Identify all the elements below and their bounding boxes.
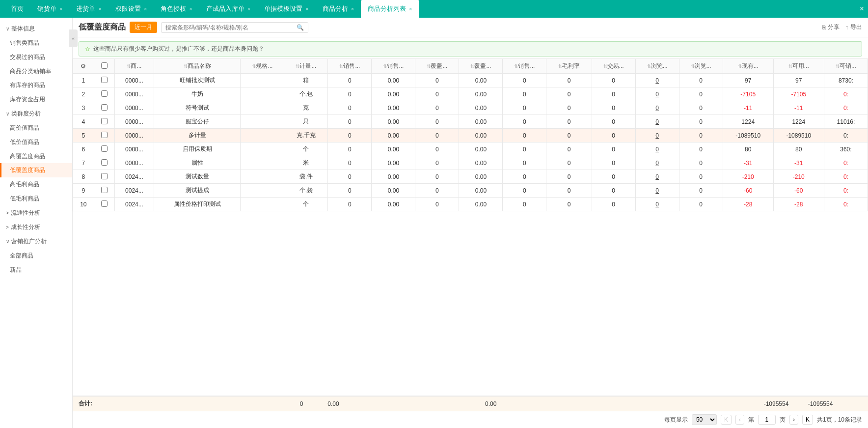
row-browse1[interactable]: 0 [635, 184, 679, 198]
nav-tab-商品分析[interactable]: 商品分析× [316, 0, 361, 18]
nav-tab-close-商品分析列表[interactable]: × [409, 0, 412, 18]
per-page-select[interactable]: 2050100 [692, 414, 717, 425]
row-browse1[interactable]: 0 [635, 87, 679, 101]
col-header-code[interactable]: ⇅商... [114, 59, 154, 74]
sidebar-item-库存资金占用[interactable]: 库存资金占用 [0, 92, 72, 107]
col-header-saleable[interactable]: ⇅可销... [824, 59, 868, 74]
browse-link[interactable]: 0 [655, 201, 659, 208]
sidebar-item-低价值商品[interactable]: 低价值商品 [0, 135, 72, 149]
nav-tab-close-权限设置[interactable]: × [144, 0, 147, 18]
nav-tab-单据模板设置[interactable]: 单据模板设置× [257, 0, 315, 18]
row-checkbox-input[interactable] [101, 104, 108, 111]
row-checkbox-input[interactable] [101, 118, 108, 124]
row-checkbox-input[interactable] [101, 200, 108, 207]
first-page-btn[interactable]: K [721, 415, 732, 425]
browse-link[interactable]: 0 [655, 146, 659, 153]
col-header-cover2[interactable]: ⇅覆盖... [459, 59, 503, 74]
row-browse1[interactable]: 0 [635, 101, 679, 115]
row-checkbox[interactable] [94, 198, 114, 211]
row-browse1[interactable]: 0 [635, 115, 679, 129]
row-browse1[interactable]: 0 [635, 156, 679, 170]
col-header-browse1[interactable]: ⇅浏览... [635, 59, 679, 74]
row-checkbox-input[interactable] [101, 132, 108, 138]
sidebar-item-交易过的商品[interactable]: 交易过的商品 [0, 50, 72, 64]
col-header-current_qty[interactable]: ⇅现有... [723, 59, 773, 74]
row-browse1[interactable]: 0 [635, 198, 679, 211]
row-checkbox[interactable] [94, 115, 114, 129]
row-browse1[interactable]: 0 [635, 74, 679, 87]
nav-tab-权限设置[interactable]: 权限设置× [108, 0, 154, 18]
row-checkbox[interactable] [94, 143, 114, 156]
browse-link[interactable]: 0 [655, 91, 659, 98]
nav-tab-close-商品分析[interactable]: × [351, 0, 354, 18]
sidebar-section-4[interactable]: ∨营销推广分析 [0, 234, 72, 249]
sidebar-section-3[interactable]: >成长性分析 [0, 220, 72, 234]
sidebar-section-0[interactable]: ∨整体信息 [0, 22, 72, 36]
nav-tab-close-产成品入库单[interactable]: × [247, 0, 250, 18]
sidebar-item-商品分类动销率[interactable]: 商品分类动销率 [0, 64, 72, 79]
browse-link[interactable]: 0 [655, 118, 659, 125]
col-header-cover1[interactable]: ⇅覆盖... [415, 59, 459, 74]
sidebar-collapse-btn[interactable]: « [69, 29, 78, 47]
col-header-name[interactable]: ⇅商品名称 [154, 59, 241, 74]
col-header-available[interactable]: ⇅可用... [773, 59, 824, 74]
col-header-unit[interactable]: ⇅计量... [284, 59, 328, 74]
row-checkbox[interactable] [94, 156, 114, 170]
nav-tab-进货单[interactable]: 进货单× [69, 0, 108, 18]
browse-link[interactable]: 0 [655, 160, 659, 167]
sidebar-item-全部商品[interactable]: 全部商品 [0, 249, 72, 263]
nav-tab-close-单据模板设置[interactable]: × [305, 0, 308, 18]
sidebar-item-高覆盖度商品[interactable]: 高覆盖度商品 [0, 149, 72, 164]
next-page-btn[interactable]: › [789, 415, 798, 425]
sidebar-item-新品[interactable]: 新品 [0, 263, 72, 277]
settings-icon[interactable]: ⚙ [81, 63, 86, 70]
nav-tab-首页[interactable]: 首页 [4, 0, 30, 18]
close-all-btn[interactable]: × [860, 4, 864, 13]
table-wrapper[interactable]: ⚙⇅商...⇅商品名称⇅规格...⇅计量...⇅销售...⇅销售...⇅覆盖..… [73, 58, 868, 396]
search-icon[interactable]: 🔍 [297, 24, 304, 31]
row-browse1[interactable]: 0 [635, 143, 679, 156]
row-checkbox[interactable] [94, 170, 114, 184]
sidebar-item-销售类商品[interactable]: 销售类商品 [0, 36, 72, 50]
share-btn[interactable]: ⎘ 分享 [822, 23, 840, 31]
nav-tab-商品分析列表[interactable]: 商品分析列表× [361, 0, 419, 18]
nav-tab-产成品入库单[interactable]: 产成品入库单× [199, 0, 257, 18]
row-checkbox-input[interactable] [101, 173, 108, 179]
col-header-sales3[interactable]: ⇅销售... [503, 59, 546, 74]
col-header-settings[interactable]: ⚙ [73, 59, 94, 74]
browse-link[interactable]: 0 [655, 105, 659, 112]
current-page-input[interactable] [758, 415, 776, 425]
nav-tab-close-销货单[interactable]: × [59, 0, 62, 18]
row-checkbox-input[interactable] [101, 145, 108, 152]
sidebar-item-高价值商品[interactable]: 高价值商品 [0, 121, 72, 135]
col-header-spec[interactable]: ⇅规格... [241, 59, 284, 74]
filter-btn[interactable]: 近一月 [130, 22, 157, 33]
sidebar-item-低覆盖度商品[interactable]: 低覆盖度商品 [0, 163, 72, 177]
sidebar-item-低毛利商品[interactable]: 低毛利商品 [0, 192, 72, 206]
col-header-gross[interactable]: ⇅毛利率 [546, 59, 592, 74]
row-browse1[interactable]: 0 [635, 170, 679, 184]
row-browse1[interactable]: 0 [635, 129, 679, 143]
row-checkbox[interactable] [94, 101, 114, 115]
col-header-sales_amt[interactable]: ⇅销售... [372, 59, 415, 74]
nav-tab-角色授权[interactable]: 角色授权× [154, 0, 199, 18]
col-header-browse2[interactable]: ⇅浏览... [679, 59, 723, 74]
row-checkbox[interactable] [94, 129, 114, 143]
col-header-sales_qty[interactable]: ⇅销售... [328, 59, 372, 74]
row-checkbox-input[interactable] [101, 90, 108, 97]
nav-tab-close-进货单[interactable]: × [98, 0, 101, 18]
sidebar-section-1[interactable]: ∨类群度分析 [0, 107, 72, 121]
nav-tab-销货单[interactable]: 销货单× [30, 0, 69, 18]
last-page-btn[interactable]: K [802, 415, 813, 425]
col-header-checkbox[interactable] [94, 59, 114, 74]
row-checkbox-input[interactable] [101, 187, 108, 193]
row-checkbox[interactable] [94, 74, 114, 87]
prev-page-btn[interactable]: ‹ [735, 415, 744, 425]
sidebar-item-有库存的商品[interactable]: 有库存的商品 [0, 78, 72, 92]
col-header-trade[interactable]: ⇅交易... [592, 59, 635, 74]
row-checkbox-input[interactable] [101, 77, 108, 83]
browse-link[interactable]: 0 [655, 132, 659, 139]
row-checkbox[interactable] [94, 87, 114, 101]
nav-tab-close-角色授权[interactable]: × [189, 0, 192, 18]
sidebar-item-高毛利商品[interactable]: 高毛利商品 [0, 177, 72, 192]
